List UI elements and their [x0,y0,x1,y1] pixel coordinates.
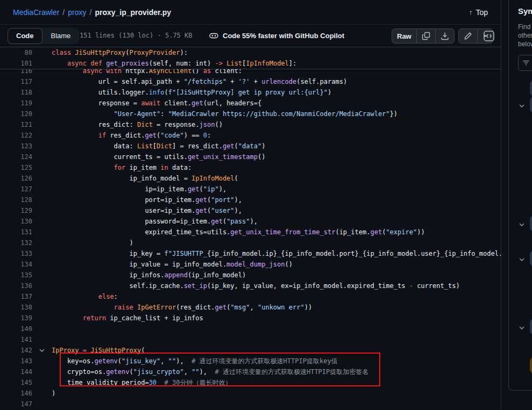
symbol-list-item [509,216,532,231]
line-number[interactable]: 117 [0,76,32,87]
symbol-chip[interactable] [530,97,532,112]
raw-button[interactable]: Raw [392,29,417,43]
line-number[interactable]: 80 [0,47,32,58]
line-number[interactable]: 131 [0,227,32,238]
line-number[interactable]: 134 [0,259,32,270]
arrow-up-icon: ↑ [469,8,472,17]
line-number[interactable]: 135 [0,270,32,280]
line-number[interactable]: 136 [0,280,32,291]
code-text: ip_value = ip_info_model.model_dump_json… [52,259,501,270]
symbol-chip[interactable] [530,358,532,373]
code-text: ip_key = f"JISUHTTP_{ip_info_model.ip}_{… [52,248,501,259]
fold-gutter [32,270,52,280]
code-line: 139 return ip_cache_list + ip_infos [0,313,501,323]
line-number[interactable]: 125 [0,162,32,173]
line-number[interactable]: 118 [0,87,32,98]
fold-gutter [32,162,52,173]
line-number[interactable]: 133 [0,248,32,259]
code-viewer: 80class JiSuHttpProxy(ProxyProvider):101… [0,47,501,410]
line-number[interactable]: 116 [0,69,32,76]
line-number[interactable]: 140 [0,323,32,334]
line-number[interactable]: 138 [0,302,32,313]
fold-chevron-icon[interactable] [32,345,52,356]
code-line: 137 else: [0,291,501,302]
line-number[interactable]: 130 [0,216,32,227]
line-number[interactable]: 141 [0,334,32,345]
fold-gutter [32,227,52,238]
code-line: 123 data: List[Dict] = res_dict.get("dat… [0,141,501,152]
code-text: port=ip_item.get("port"), [52,195,501,205]
line-number[interactable]: 124 [0,152,32,162]
fold-gutter [32,291,52,302]
symbol-chip[interactable] [530,81,532,96]
line-number[interactable]: 137 [0,291,32,302]
line-number[interactable]: 139 [0,313,32,323]
line-number[interactable]: 127 [0,184,32,195]
copilot-banner[interactable]: Code 55% faster with GitHub Copilot [209,31,344,40]
code-line: 116 async with httpx.AsyncClient() as cl… [0,69,501,76]
line-number[interactable]: 126 [0,173,32,184]
fold-gutter [32,248,52,259]
download-icon [441,32,449,40]
line-number[interactable]: 120 [0,109,32,119]
breadcrumb-separator: / [86,8,95,17]
chevron-down-icon[interactable] [519,255,525,265]
breadcrumb-repo-link[interactable]: MediaCrawler [13,8,59,17]
tab-code[interactable]: Code [8,28,42,44]
chevron-down-icon[interactable] [519,323,525,333]
line-number[interactable]: 145 [0,377,32,388]
code-line: 124 current_ts = utils.get_unix_timestam… [0,152,501,162]
fold-gutter [32,47,52,58]
code-text: password=ip_item.get("pass"), [52,216,501,227]
symbols-description-line: other symbols in this file by clicking a… [518,31,532,40]
line-number[interactable]: 132 [0,238,32,248]
fold-gutter [32,259,52,270]
fold-gutter [32,280,52,291]
code-line: 126 ip_info_model = IpInfoModel( [0,173,501,184]
symbols-panel-icon [483,30,495,42]
symbol-chip[interactable] [530,319,532,334]
fold-gutter [32,141,52,152]
edit-button[interactable] [459,29,478,43]
line-number[interactable]: 101 [0,58,32,69]
symbol-chip[interactable] [530,251,532,266]
code-line: 145 time_validity_period=30 # 30分钟（最长时效） [0,377,501,388]
code-text: for ip_item in data: [52,162,501,173]
code-text: return ip_cache_list + ip_infos [52,313,501,323]
filter-symbols-button[interactable] [518,55,532,71]
line-number[interactable]: 143 [0,356,32,366]
code-lines: 117 url = self.api_path + "/fetchips" + … [0,76,501,409]
code-text: raise IpGetError(res_dict.get("msg", "un… [52,302,501,313]
line-number[interactable]: 142 [0,345,32,356]
breadcrumb-folder-link[interactable]: proxy [68,8,86,17]
line-number[interactable]: 121 [0,119,32,130]
line-number[interactable]: 147 [0,399,32,409]
code-text: ) [52,388,501,399]
download-button[interactable] [436,29,454,43]
scroll-to-top-button[interactable]: ↑ Top [469,8,488,17]
line-number[interactable]: 123 [0,141,32,152]
copy-button[interactable] [417,29,436,43]
symbols-panel-toggle-button[interactable] [483,30,495,42]
code-line: 118 utils.logger.info(f"[JiSuHttpProxy] … [0,87,501,98]
code-text: IpProxy = JiSuHttpProxy( [52,345,501,356]
line-number[interactable]: 144 [0,366,32,377]
code-text: response = await client.get(url, headers… [52,98,501,109]
line-number[interactable]: 122 [0,130,32,141]
code-line: 142IpProxy = JiSuHttpProxy( [0,345,501,356]
code-text: ip_infos.append(ip_info_model) [52,270,501,280]
line-number[interactable]: 146 [0,388,32,399]
code-text: utils.logger.info(f"[JiSuHttpProxy] get … [52,87,501,98]
fold-gutter [32,98,52,109]
line-number[interactable]: 128 [0,195,32,205]
code-line: 147 [0,399,501,409]
chevron-down-icon[interactable] [519,102,525,111]
chevron-down-icon[interactable] [519,220,525,230]
line-number[interactable]: 119 [0,98,32,109]
code-line: 144 crypto=os.getenv("jisu_crypto", ""),… [0,366,501,377]
code-line: 129 user=ip_item.get("user"), [0,205,501,216]
line-number[interactable]: 129 [0,205,32,216]
tab-blame[interactable]: Blame [42,28,80,44]
symbol-chip[interactable] [530,216,532,231]
fold-gutter [32,195,52,205]
